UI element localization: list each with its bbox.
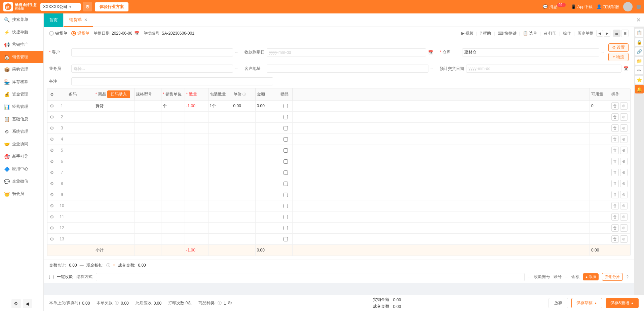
action-help[interactable]: ? 帮助	[480, 31, 491, 36]
user-dropdown-icon[interactable]	[637, 5, 641, 9]
expense-split-button[interactable]: 费用分摊	[602, 273, 623, 281]
row-unit-cell[interactable]	[161, 156, 185, 167]
row-qty-cell[interactable]	[185, 112, 208, 123]
row-copy-button[interactable]: ⊕	[620, 113, 628, 121]
row-barcode-cell[interactable]	[67, 156, 94, 167]
sidebar-item-marketing[interactable]: 📢 营销推广	[0, 38, 43, 51]
action-history[interactable]: 历史单据	[577, 31, 594, 36]
sidebar-collapse-button[interactable]: ◀	[23, 299, 32, 308]
action-print[interactable]: 🖨 打印	[543, 31, 557, 36]
right-tool-lock[interactable]: 🔒	[635, 38, 644, 46]
row-price-cell[interactable]	[232, 156, 255, 167]
row-pack-cell[interactable]	[208, 178, 232, 189]
row-qty-cell[interactable]	[185, 211, 208, 223]
right-tool-star[interactable]: ⭐	[635, 75, 644, 84]
sidebar-item-search[interactable]: 🔍 搜索菜单	[0, 13, 43, 26]
row-gift-checkbox[interactable]	[283, 215, 288, 219]
row-amount-cell[interactable]	[255, 223, 279, 234]
messages-button[interactable]: 💬 消息 99+	[543, 4, 567, 10]
save-draft-button[interactable]: 保存草稿 ▲	[571, 298, 602, 308]
row-gear-icon[interactable]: ⚙	[50, 225, 54, 231]
row-pack-cell[interactable]	[208, 200, 232, 211]
row-price-cell[interactable]	[232, 189, 255, 200]
window-close-icon[interactable]: ✕	[636, 17, 641, 23]
row-price-cell[interactable]	[232, 123, 255, 134]
row-remark-cell[interactable]	[292, 223, 590, 234]
row-amount-cell[interactable]	[255, 145, 279, 156]
row-pack-cell[interactable]	[208, 223, 232, 234]
row-amount-cell[interactable]	[255, 189, 279, 200]
warehouse-input[interactable]	[462, 48, 599, 56]
row-gift-checkbox[interactable]	[283, 159, 288, 164]
date-calendar-icon[interactable]: 📅	[134, 31, 139, 36]
action-video[interactable]: ▶ 视频	[461, 31, 473, 36]
row-barcode-cell[interactable]	[67, 123, 94, 134]
row-gear-icon[interactable]: ⚙	[50, 103, 54, 109]
row-price-cell[interactable]	[232, 211, 255, 223]
payment-date-calendar-icon[interactable]: 📅	[428, 50, 433, 55]
row-gear-icon[interactable]: ⚙	[50, 214, 54, 220]
right-tool-folder[interactable]: 📁	[635, 56, 644, 65]
online-service-button[interactable]: 👤 在线客服	[597, 4, 619, 10]
row-amount-cell[interactable]	[255, 178, 279, 189]
row-spec-cell[interactable]	[134, 156, 161, 167]
row-barcode-cell[interactable]	[67, 200, 94, 211]
sidebar-item-collab[interactable]: 🤝 企业协同	[0, 138, 43, 150]
row-spec-cell[interactable]	[134, 211, 161, 223]
row-gift-checkbox[interactable]	[283, 226, 288, 230]
row-copy-button[interactable]: ⊕	[620, 202, 628, 209]
row-amount-cell[interactable]	[255, 211, 279, 223]
scan-button[interactable]: 扫码录入	[107, 90, 130, 98]
row-gear-icon[interactable]: ⚙	[50, 114, 54, 120]
view-grid-button[interactable]: ⊞	[621, 30, 629, 37]
account-more-icon[interactable]: ···	[565, 275, 568, 279]
row-qty-cell[interactable]	[185, 189, 208, 200]
row-copy-button[interactable]: ⊕	[620, 235, 628, 243]
customer-addr-input[interactable]	[267, 65, 428, 73]
row-spec-cell[interactable]	[134, 223, 161, 234]
row-product-cell[interactable]: 拆货	[94, 101, 134, 112]
row-barcode-cell[interactable]	[67, 112, 94, 123]
row-delete-button[interactable]: 🗑	[611, 224, 619, 232]
warehouse-more-icon[interactable]: ···	[601, 50, 604, 54]
customer-addr-more-icon[interactable]: ···	[430, 67, 433, 71]
row-barcode-cell[interactable]	[67, 223, 94, 234]
abandon-button[interactable]: 放弃	[548, 298, 568, 308]
customer-more-icon[interactable]: ···	[235, 50, 238, 54]
payment-date-input[interactable]	[267, 48, 426, 56]
row-copy-button[interactable]: ⊕	[620, 213, 628, 221]
row-delete-button[interactable]: 🗑	[611, 147, 619, 154]
avatar[interactable]	[623, 2, 633, 11]
row-unit-cell[interactable]	[161, 211, 185, 223]
one-key-payment-checkbox[interactable]	[49, 275, 53, 279]
row-qty-cell[interactable]	[185, 178, 208, 189]
row-unit-cell[interactable]	[161, 223, 185, 234]
row-barcode-cell[interactable]	[67, 234, 94, 245]
row-barcode-cell[interactable]	[67, 211, 94, 223]
row-delete-button[interactable]: 🗑	[611, 213, 619, 221]
row-price-cell[interactable]	[232, 178, 255, 189]
row-gear-icon[interactable]: ⚙	[50, 192, 54, 197]
row-product-cell[interactable]	[94, 145, 134, 156]
row-remark-cell[interactable]	[292, 145, 590, 156]
row-product-cell[interactable]	[94, 189, 134, 200]
row-barcode-cell[interactable]	[67, 134, 94, 145]
right-tool-doc[interactable]: 📋	[635, 28, 644, 37]
gear-header-icon[interactable]: ⚙	[50, 92, 54, 97]
row-amount-cell[interactable]	[255, 200, 279, 211]
row-qty-cell[interactable]	[185, 167, 208, 178]
row-copy-button[interactable]: ⊕	[620, 124, 628, 132]
row-product-cell[interactable]	[94, 134, 134, 145]
row-gear-icon[interactable]: ⚙	[50, 170, 54, 175]
row-amount-cell[interactable]	[255, 123, 279, 134]
action-shortcut[interactable]: ⌨ 快捷键	[498, 31, 517, 36]
settings-icon[interactable]: ⚙	[83, 2, 92, 11]
row-amount-cell[interactable]	[255, 167, 279, 178]
expense-help-icon[interactable]: ?	[626, 275, 629, 279]
row-delete-button[interactable]: 🗑	[611, 135, 619, 143]
row-gift-checkbox[interactable]	[283, 204, 288, 208]
row-product-cell[interactable]	[94, 211, 134, 223]
row-pack-cell[interactable]	[208, 211, 232, 223]
row-remark-cell[interactable]	[292, 123, 590, 134]
row-delete-button[interactable]: 🗑	[611, 113, 619, 121]
